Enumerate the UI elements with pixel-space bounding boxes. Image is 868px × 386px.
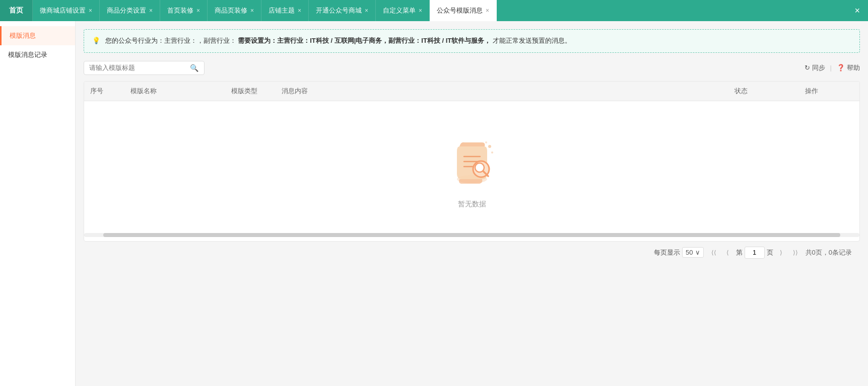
page-label-before: 第 [736, 248, 743, 257]
chevron-down-icon: ∨ [695, 249, 700, 256]
tab-menu[interactable]: 自定义菜单 × [376, 0, 430, 21]
page-size-label: 每页显示 [654, 248, 680, 257]
sidebar: 模版消息 模版消息记录 [0, 21, 76, 386]
tab-weishop-close[interactable]: × [89, 7, 92, 14]
svg-point-9 [485, 141, 487, 143]
tab-homepage[interactable]: 首页装修 × [160, 0, 208, 21]
tab-category[interactable]: 商品分类设置 × [100, 0, 160, 21]
sync-icon: ↻ [805, 64, 810, 71]
sync-label: 同步 [812, 63, 825, 72]
th-seq: 序号 [84, 82, 124, 101]
page-next-button[interactable]: ⟩ [775, 247, 787, 259]
tab-template-close[interactable]: × [486, 7, 489, 14]
notice-prefix: 您的公众号行业为：主营行业：，副营行业： [105, 37, 236, 44]
tab-mall[interactable]: 开通公众号商城 × [309, 0, 376, 21]
horizontal-scrollbar[interactable] [84, 233, 859, 237]
toolbar-right: ↻ 同步 | ❓ 帮助 [805, 63, 860, 72]
window-close-button[interactable]: × [846, 6, 868, 16]
sidebar-item-template-record[interactable]: 模版消息记录 [0, 45, 75, 64]
tab-bar: 首页 微商城店铺设置 × 商品分类设置 × 首页装修 × 商品页装修 × 店铺主… [0, 0, 868, 21]
tab-theme-close[interactable]: × [298, 7, 301, 14]
page-total: 共0页，0条记录 [806, 248, 852, 257]
notice-highlight: 需要设置为：主营行业：IT科技 / 互联网|电子商务，副营行业：IT科技 / I… [238, 37, 491, 44]
tab-homepage-close[interactable]: × [196, 7, 200, 14]
tab-template[interactable]: 公众号模版消息 × [430, 0, 497, 21]
content-area: 💡 您的公众号行业为：主营行业：，副营行业： 需要设置为：主营行业：IT科技 /… [76, 21, 868, 386]
main-layout: 模版消息 模版消息记录 💡 您的公众号行业为：主营行业：，副营行业： 需要设置为… [0, 21, 868, 386]
empty-text: 暂无数据 [458, 200, 486, 209]
page-size-wrap: 每页显示 50 ∨ [654, 247, 703, 258]
tab-category-label: 商品分类设置 [107, 6, 146, 15]
sidebar-item-template-msg-label: 模版消息 [10, 32, 36, 39]
search-input[interactable] [89, 64, 190, 71]
tab-homepage-label: 首页装修 [167, 6, 193, 15]
tab-weishop-label: 微商城店铺设置 [40, 6, 86, 15]
scrollbar-thumb[interactable] [103, 233, 840, 237]
tab-template-label: 公众号模版消息 [437, 6, 483, 15]
tab-weishop[interactable]: 微商城店铺设置 × [33, 0, 100, 21]
page-nav: ⟨⟨ ⟨ 第 页 ⟩ ⟩⟩ [708, 247, 802, 259]
page-size-value: 50 [686, 249, 693, 256]
page-prev-button[interactable]: ⟨ [722, 247, 734, 259]
tab-goodspage-label: 商品页装修 [215, 6, 247, 15]
page-label-after: 页 [767, 248, 773, 257]
sync-button[interactable]: ↻ 同步 [805, 63, 825, 72]
th-status: 状态 [728, 82, 799, 101]
page-size-select[interactable]: 50 ∨ [682, 247, 703, 258]
search-input-wrap[interactable]: 🔍 [84, 61, 205, 75]
notice-box: 💡 您的公众号行业为：主营行业：，副营行业： 需要设置为：主营行业：IT科技 /… [84, 29, 860, 53]
th-type: 模版类型 [225, 82, 276, 101]
help-label: 帮助 [847, 63, 860, 72]
tab-home-label: 首页 [9, 6, 23, 15]
tab-category-close[interactable]: × [149, 7, 153, 14]
help-button[interactable]: ❓ 帮助 [837, 63, 860, 72]
divider: | [830, 64, 832, 71]
data-table: 序号 模版名称 模版类型 消息内容 状态 操作 [84, 81, 860, 242]
sidebar-item-template-msg[interactable]: 模版消息 [0, 26, 75, 45]
help-icon: ❓ [837, 64, 845, 71]
page-input-wrap: 第 页 [736, 247, 773, 259]
empty-state: 暂无数据 [84, 101, 859, 229]
empty-icon [442, 131, 502, 192]
tab-menu-close[interactable]: × [419, 7, 422, 14]
tab-menu-label: 自定义菜单 [383, 6, 416, 15]
page-first-button[interactable]: ⟨⟨ [708, 247, 720, 259]
table-header: 序号 模版名称 模版类型 消息内容 状态 操作 [84, 82, 859, 101]
th-name: 模版名称 [124, 82, 225, 101]
sidebar-item-template-record-label: 模版消息记录 [8, 51, 47, 58]
notice-suffix: 才能正常发送预置的消息。 [493, 37, 571, 44]
tab-mall-close[interactable]: × [365, 7, 368, 14]
svg-point-8 [491, 151, 493, 153]
pagination: 每页显示 50 ∨ ⟨⟨ ⟨ 第 页 ⟩ ⟩⟩ 共0页，0条记录 [84, 242, 860, 264]
svg-point-7 [488, 145, 491, 148]
page-last-button[interactable]: ⟩⟩ [789, 247, 802, 259]
page-input[interactable] [745, 247, 765, 259]
tab-home[interactable]: 首页 [0, 0, 33, 21]
tab-theme[interactable]: 店铺主题 × [261, 0, 309, 21]
notice-icon: 💡 [92, 37, 100, 44]
th-content: 消息内容 [276, 82, 728, 101]
search-icon[interactable]: 🔍 [190, 64, 198, 72]
tab-theme-label: 店铺主题 [269, 6, 295, 15]
th-action: 操作 [799, 82, 859, 101]
tab-goodspage-close[interactable]: × [250, 7, 254, 14]
search-bar: 🔍 ↻ 同步 | ❓ 帮助 [84, 61, 860, 75]
tab-mall-label: 开通公众号商城 [316, 6, 362, 15]
tab-goodspage[interactable]: 商品页装修 × [208, 0, 261, 21]
